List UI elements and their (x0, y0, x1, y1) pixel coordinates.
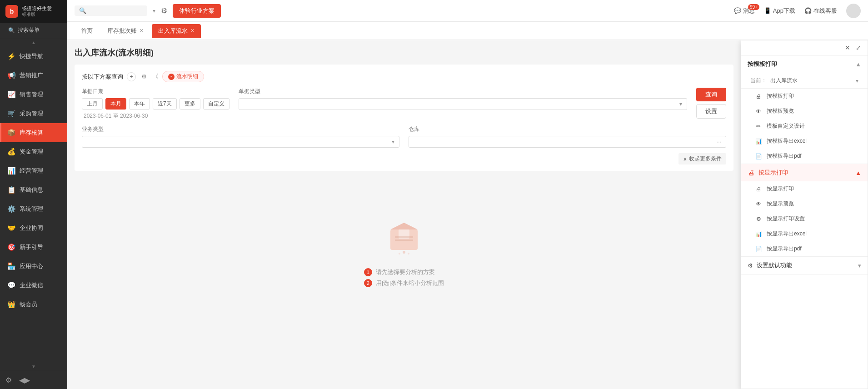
display-excel-item[interactable]: 📊 按显示导出excel (741, 226, 868, 241)
display-print-settings-item[interactable]: ⚙ 按显示打印设置 (741, 211, 868, 226)
sidebar-item-finance[interactable]: 💰 资金管理 (0, 142, 67, 161)
display-print-chevron: ▲ (855, 170, 861, 176)
filter-header: 按以下方案查询 + ⚙ 《 ✓ 流水明细 (82, 71, 726, 82)
sidebar-item-quick-nav[interactable]: ⚡ 快捷导航 (0, 47, 67, 66)
tab-flow[interactable]: 出入库流水✕ (152, 24, 201, 38)
messages-badge: 99+ (748, 4, 759, 10)
date-opt-0[interactable]: 上月 (82, 98, 103, 110)
nav-icon-basic: 📋 (7, 185, 16, 194)
topbar-gear-icon[interactable]: ⚙ (161, 6, 167, 15)
nav-label-marketing: 营销推广 (20, 71, 43, 80)
excel-icon: 📊 (755, 138, 762, 145)
topbar-search-box[interactable]: 🔍 (75, 5, 147, 16)
sidebar-item-wechat[interactable]: 💬 企业微信 (0, 276, 67, 295)
online-service-btn[interactable]: 🎧 在线客服 (804, 7, 837, 15)
maximize-panel-btn[interactable]: ⤢ (855, 43, 862, 52)
sidebar-item-app-center[interactable]: 🏪 应用中心 (0, 257, 67, 276)
warehouse-label: 仓库 (409, 125, 726, 133)
display-print-item[interactable]: 🖨 按显示打印 (741, 181, 868, 196)
user-avatar[interactable] (846, 4, 861, 18)
empty-tip-1-text: 请先选择要分析的方案 (376, 268, 435, 276)
filter-settings-btn[interactable]: ⚙ (140, 72, 149, 81)
date-opt-3[interactable]: 近7天 (153, 98, 177, 110)
filter-add-btn[interactable]: + (127, 72, 136, 81)
dropdown-current: 当前： 出入库流水 ▾ (741, 73, 868, 89)
nav-icon-quick-nav: ⚡ (7, 52, 16, 61)
flow-detail-label: 流水明细 (176, 73, 198, 80)
template-print-item[interactable]: 🖨 按模板打印 (741, 89, 868, 104)
doc-type-select[interactable]: ▾ (239, 98, 687, 110)
disp-preview-icon: 👁 (755, 200, 762, 208)
tab-label-home: 首页 (81, 27, 93, 35)
warehouse-select[interactable]: ··· (409, 136, 726, 148)
current-chevron[interactable]: ▾ (856, 78, 858, 84)
nav-icon-marketing: 📢 (7, 71, 16, 80)
tab-batch[interactable]: 库存批次账✕ (101, 24, 150, 38)
sidebar-search[interactable]: 🔍 搜索菜单 (0, 23, 67, 38)
nav-icon-system: ⚙️ (7, 204, 16, 214)
display-print-settings-label: 按显示打印设置 (767, 215, 805, 223)
nav-label-operations: 经营管理 (20, 167, 43, 175)
collapse-more-btn[interactable]: ∧ 收起更多条件 (678, 153, 726, 165)
filter-date-row: 单据日期 上月本月本年近7天更多自定义 2023-06-01 至 2023-06… (82, 88, 726, 120)
tab-home[interactable]: 首页 (75, 24, 99, 38)
sidebar-item-marketing[interactable]: 📢 营销推广 (0, 66, 67, 85)
warehouse-more-icon: ··· (717, 139, 721, 145)
filter-title: 按以下方案查询 (82, 73, 123, 81)
nav-label-partner: 企业协同 (20, 224, 43, 232)
sidebar-scroll-down[interactable]: ▼ (0, 362, 67, 371)
settings-icon[interactable]: ⚙ (5, 376, 12, 384)
tab-close-flow[interactable]: ✕ (190, 28, 195, 34)
template-design-item[interactable]: ✏ 模板自定义设计 (741, 119, 868, 134)
app-logo: b 畅捷通好生意 标准版 (0, 0, 67, 23)
messages-btn[interactable]: 💬 消息 99+ (734, 7, 755, 15)
topbar-search-icon: 🔍 (79, 7, 86, 14)
filter-collapse-btn[interactable]: 《 (152, 73, 159, 81)
sidebar-item-operations[interactable]: 📊 经营管理 (0, 161, 67, 180)
display-preview-item[interactable]: 👁 按显示预览 (741, 196, 868, 211)
date-opt-4[interactable]: 更多 (180, 98, 200, 110)
sidebar-item-purchase[interactable]: 🛒 采购管理 (0, 104, 67, 123)
tab-label-flow: 出入库流水 (158, 27, 188, 35)
display-pdf-item[interactable]: 📄 按显示导出pdf (741, 241, 868, 256)
app-download-btn[interactable]: 📱 App下载 (764, 7, 795, 15)
design-icon: ✏ (755, 123, 762, 130)
tab-close-batch[interactable]: ✕ (140, 28, 144, 34)
template-preview-item[interactable]: 👁 按模板预览 (741, 104, 868, 119)
display-print-header[interactable]: 🖨 按显示打印 ▲ (741, 164, 868, 181)
dropdown-chevron-up[interactable]: ▲ (855, 61, 861, 68)
filter-biz-group: 业务类型 ▾ (82, 125, 399, 148)
tab-bar: 首页库存批次账✕出入库流水✕ (67, 22, 868, 40)
sidebar-item-inventory[interactable]: 📦 库存核算 (0, 123, 67, 142)
sidebar-item-guide[interactable]: 🎯 新手引导 (0, 238, 67, 257)
default-function-item[interactable]: ⚙ 设置默认功能 ▾ (741, 257, 868, 274)
date-opt-1[interactable]: 本月 (105, 98, 126, 110)
topbar-chevron-icon[interactable]: ▾ (153, 8, 155, 14)
sidebar-item-system[interactable]: ⚙️ 系统管理 (0, 199, 67, 219)
dropdown-header[interactable]: 按模板打印 ▲ (741, 55, 868, 73)
sidebar-item-member[interactable]: 👑 畅会员 (0, 295, 67, 314)
sidebar-item-basic[interactable]: 📋 基础信息 (0, 180, 67, 199)
empty-tip-2-text: 用[选]条件来缩小分析范围 (376, 279, 444, 287)
template-pdf-item[interactable]: 📄 按模板导出pdf (741, 149, 868, 164)
sidebar: b 畅捷通好生意 标准版 🔍 搜索菜单 ▲ ⚡ 快捷导航 📢 营销推广 📈 销售… (0, 0, 67, 389)
settings-button[interactable]: 设置 (696, 104, 726, 119)
close-panel-btn[interactable]: ✕ (844, 43, 851, 52)
online-service-label: 在线客服 (813, 7, 837, 15)
date-opt-5[interactable]: 自定义 (203, 98, 229, 110)
query-button[interactable]: 查询 (696, 88, 726, 101)
sidebar-item-sales[interactable]: 📈 销售管理 (0, 85, 67, 104)
sidebar-item-partner[interactable]: 🤝 企业协同 (0, 219, 67, 238)
biz-type-select[interactable]: ▾ (82, 136, 399, 148)
collapse-sidebar-icon[interactable]: ◀▶ (19, 376, 30, 384)
nav-icon-guide: 🎯 (7, 243, 16, 252)
topbar-search-input[interactable] (89, 8, 143, 14)
nav-label-quick-nav: 快捷导航 (20, 52, 43, 60)
date-opt-2[interactable]: 本年 (129, 98, 150, 110)
sidebar-scroll-up[interactable]: ▲ (0, 38, 67, 47)
template-excel-item[interactable]: 📊 按模板导出excel (741, 134, 868, 149)
filter-doctype-group: 单据类型 ▾ (239, 88, 687, 110)
industry-btn[interactable]: 体验行业方案 (173, 4, 221, 18)
doc-type-label: 单据类型 (239, 88, 687, 95)
template-pdf-label: 按模板导出pdf (767, 152, 802, 160)
